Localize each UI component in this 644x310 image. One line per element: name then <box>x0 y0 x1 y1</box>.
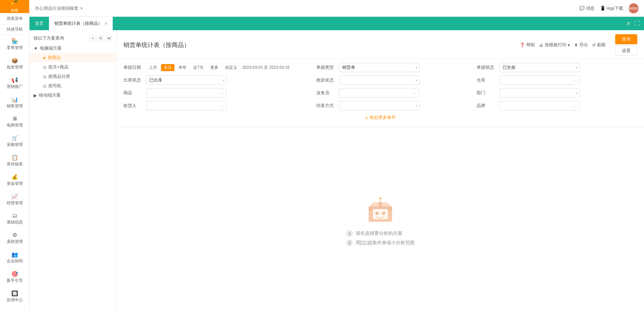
right-panel: 销货单统计表（按商品） ❓ 帮助 🖨 按模板打印 ▾ ⬆ 导出 <box>117 30 644 310</box>
out-status-select-wrap: 已出库 ▾ <box>146 75 227 85</box>
tree-item-by-month-goods[interactable]: ▤ 按月+商品 <box>30 62 116 72</box>
tab-minimize-btn[interactable]: ✕ <box>625 20 632 28</box>
date-tab-more[interactable]: 更多 <box>208 64 221 71</box>
wholesale-icon: 📦 <box>11 57 18 64</box>
sidebar-item-ecommerce[interactable]: 🖥 电商管理 <box>0 112 29 132</box>
tree-pc-scheme[interactable]: ▼ 电脑端方案 <box>30 44 116 53</box>
logo-text: 标账 <box>11 8 18 13</box>
brand-select-wrap: ··· <box>499 101 580 110</box>
tab-maximize-btn[interactable]: ⛶ <box>633 20 641 27</box>
payment-status-label: 收款状态 <box>316 77 336 83</box>
left-panel-actions: + ↻ ≪ <box>90 35 112 42</box>
sidebar-item-finance[interactable]: 💰 资金管理 <box>0 170 29 190</box>
sidebar-item-wechat[interactable]: 💬 企业微信 <box>0 306 29 310</box>
system-icon: ⚙ <box>12 232 17 238</box>
sidebar-item-wholesale[interactable]: 📦 批发管理 <box>0 54 29 73</box>
sidebar-item-guide[interactable]: 🎯 新手引导 <box>0 267 29 287</box>
doc-type-select[interactable]: 销货单 ▾ <box>339 63 420 72</box>
user-avatar[interactable]: demo2 <box>629 3 639 13</box>
tree-mobile-scheme[interactable]: ▶ 移动端方案 <box>30 91 116 100</box>
sidebar-item-apps[interactable]: 🔲 应用中心 <box>0 287 29 306</box>
sidebar-item-sales[interactable]: 📊 销售管理 <box>0 93 29 112</box>
app-download-btn[interactable]: 📱 App下载 <box>600 5 623 11</box>
hint-num-2: 2 <box>346 240 353 246</box>
payment-status-arrow: ▾ <box>416 79 417 82</box>
receiver-select-wrap: ··· <box>146 101 227 110</box>
filter-area: 单据日期 上月 本月 本年 近7天 更多 自定义 2023-03-01 至 20… <box>117 59 644 127</box>
tab-home[interactable]: 首页 <box>30 17 49 30</box>
svg-point-4 <box>382 212 385 215</box>
brand-select[interactable]: ··· <box>499 101 580 110</box>
doc-status-label: 单据状态 <box>477 64 497 70</box>
download-icon: 📱 <box>600 6 605 11</box>
refresh-btn[interactable]: ↺ 刷新 <box>592 42 606 48</box>
message-btn[interactable]: 💬 消息 <box>579 5 595 11</box>
tab-sales-stats[interactable]: 销货单统计表（按商品） ✕ <box>49 17 113 30</box>
sidebar-item-enterprise[interactable]: 👥 企业协同 <box>0 248 29 267</box>
payment-status-select-wrap: ▾ <box>339 75 420 85</box>
left-panel: 按以下方案查询 + ↻ ≪ ▼ 电脑端方案 ● 按商品 ▤ 按月+商品 <box>30 30 117 310</box>
receiver-label: 收货人 <box>123 103 144 109</box>
settings-button[interactable]: 设置 <box>615 46 637 56</box>
tree-mobile-expand-icon: ▶ <box>34 93 37 98</box>
warehouse-select[interactable]: ··· <box>499 75 580 85</box>
out-status-select[interactable]: 已出库 ▾ <box>146 75 227 85</box>
inventory-icon: 📋 <box>11 154 18 161</box>
sidebar-item-marketing[interactable]: 📢 营销推广 <box>0 73 29 93</box>
content-area: 按以下方案查询 + ↻ ≪ ▼ 电脑端方案 ● 按商品 ▤ 按月+商品 <box>30 30 644 310</box>
department-arrow: ▾ <box>576 91 578 95</box>
date-tab-custom[interactable]: 自定义 <box>222 64 240 71</box>
print-icon: 🖨 <box>539 43 543 48</box>
topbar-right: 💬 消息 📱 App下载 demo2 <box>579 3 639 13</box>
refresh-scheme-btn[interactable]: ↻ <box>98 35 104 42</box>
template-print-btn[interactable]: 🖨 按模板打印 ▾ <box>539 42 570 48</box>
tabbar-actions: ✕ ⛶ <box>622 17 644 30</box>
collapse-filters-btn[interactable]: ∧ 收起更多条件 <box>123 112 637 123</box>
department-select[interactable]: ▾ <box>499 88 580 98</box>
salesman-select[interactable]: ··· <box>339 88 420 98</box>
filter-row-1: 单据日期 上月 本月 本年 近7天 更多 自定义 2023-03-01 至 20… <box>123 63 637 72</box>
sidebar-search[interactable]: 搜索菜单 <box>0 13 29 24</box>
help-icon: ❓ <box>520 43 525 48</box>
brand-dots: ··· <box>573 103 577 108</box>
sidebar-item-operations[interactable]: 📈 经营管理 <box>0 190 29 209</box>
doc-type-select-wrap: 销货单 ▾ <box>339 63 420 72</box>
title-arrow: ▾ <box>80 6 83 11</box>
goods-select[interactable]: ··· <box>146 88 227 98</box>
query-button[interactable]: 查询 <box>615 34 637 44</box>
payment-status-select[interactable]: ▾ <box>339 75 420 85</box>
date-tab-last-month[interactable]: 上月 <box>146 64 160 71</box>
sidebar-item-basic[interactable]: 🗂 基础信息 <box>0 209 29 228</box>
guide-icon: 🎯 <box>11 271 18 277</box>
empty-hints: 1 请先选择要分析的方案 2 用[过滤]条件来缩小分析范围 <box>346 230 415 246</box>
date-tab-this-year[interactable]: 本年 <box>176 64 189 71</box>
operations-icon: 📈 <box>11 193 18 200</box>
date-tab-7days[interactable]: 近7天 <box>191 64 206 71</box>
topbar: 办公用品行业模拟账套 ▾ 💬 消息 📱 App下载 demo2 <box>30 0 644 17</box>
tree-item-by-goods[interactable]: ● 按商品 <box>30 53 116 62</box>
department-select-wrap: ▾ <box>499 88 580 98</box>
goods-cat-icon: ▤ <box>43 74 46 79</box>
tabbar: 首页 销货单统计表（按商品） ✕ ✕ ⛶ <box>30 17 644 30</box>
doc-status-select-wrap: 已生效 ▾ <box>499 63 580 72</box>
finance-icon: 💰 <box>11 174 18 180</box>
tree-item-by-driver[interactable]: ▤ 按司机 <box>30 81 116 91</box>
settlement-select[interactable]: ▾ <box>339 101 420 110</box>
sidebar-nav[interactable]: 快捷导航 <box>0 24 29 35</box>
salesman-label: 业务员 <box>316 90 336 96</box>
sidebar-item-system[interactable]: ⚙ 系统管理 <box>0 228 29 248</box>
sidebar-item-purchase[interactable]: 🛒 采购管理 <box>0 132 29 151</box>
sidebar-item-inventory[interactable]: 📋 库存核算 <box>0 151 29 170</box>
collapse-scheme-btn[interactable]: ≪ <box>106 35 112 42</box>
help-btn[interactable]: ❓ 帮助 <box>520 42 535 48</box>
sidebar-item-retail[interactable]: 🏪 零售管理 <box>0 35 29 54</box>
out-status-label: 出库状态 <box>123 77 144 83</box>
add-scheme-btn[interactable]: + <box>90 35 96 42</box>
tab-close-btn[interactable]: ✕ <box>104 21 107 26</box>
tree-item-by-goods-cat[interactable]: ▤ 按商品分类 <box>30 72 116 81</box>
doc-status-select[interactable]: 已生效 ▾ <box>499 63 580 72</box>
date-tab-this-month[interactable]: 本月 <box>161 64 174 71</box>
receiver-select[interactable]: ··· <box>146 101 227 110</box>
export-btn[interactable]: ⬆ 导出 <box>574 42 588 48</box>
warehouse-label: 仓库 <box>477 77 497 83</box>
